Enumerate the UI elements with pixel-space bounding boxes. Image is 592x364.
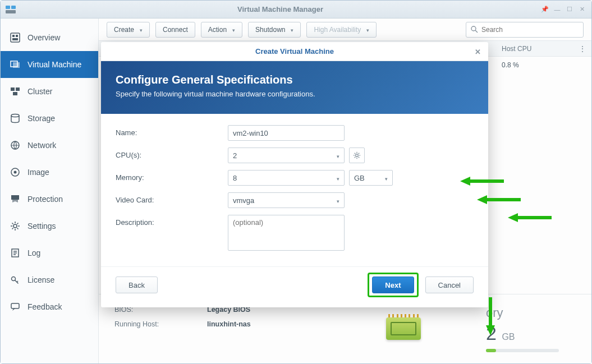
- search-field[interactable]: [481, 26, 579, 34]
- svg-point-19: [12, 277, 16, 281]
- modal-header: Create Virtual Machine ✕: [101, 42, 488, 61]
- sidebar-item-label: Storage: [27, 114, 55, 123]
- next-button[interactable]: Next: [372, 277, 414, 293]
- sidebar: Overview Virtual Machine Cluster Storage…: [1, 19, 99, 363]
- sidebar-item-protection[interactable]: Protection: [1, 186, 98, 213]
- chevron-down-icon: [230, 26, 235, 34]
- network-icon: [10, 140, 21, 151]
- memory-unit-select[interactable]: GB: [349, 170, 393, 186]
- connect-button[interactable]: Connect: [155, 22, 195, 38]
- pin-icon[interactable]: 📌: [540, 5, 550, 14]
- sidebar-item-label: Overview: [27, 33, 60, 42]
- toolbar: Create Connect Action Shutdown High Avai…: [99, 19, 591, 41]
- svg-point-12: [11, 114, 19, 117]
- close-icon[interactable]: ✕: [472, 47, 483, 57]
- sidebar-item-label: Feedback: [27, 302, 62, 311]
- svg-rect-20: [11, 303, 19, 308]
- svg-rect-5: [16, 35, 18, 37]
- sidebar-item-label: Image: [27, 168, 49, 177]
- shutdown-button[interactable]: Shutdown: [248, 22, 301, 38]
- description-textarea[interactable]: [228, 215, 345, 251]
- sidebar-item-license[interactable]: License: [1, 266, 98, 293]
- sidebar-item-label: Virtual Machine: [27, 60, 81, 69]
- create-vm-modal: Create Virtual Machine ✕ Configure Gener…: [101, 42, 488, 307]
- overview-icon: [10, 32, 21, 43]
- memory-label: ory: [486, 306, 576, 320]
- svg-point-17: [13, 224, 17, 228]
- sidebar-item-label: Settings: [27, 222, 56, 231]
- svg-rect-0: [6, 6, 10, 9]
- gear-icon: [10, 220, 21, 232]
- back-button[interactable]: Back: [116, 277, 158, 293]
- sidebar-item-feedback[interactable]: Feedback: [1, 293, 98, 320]
- window-controls: 📌 — ☐ ✕: [540, 5, 587, 14]
- modal-title: Create Virtual Machine: [255, 47, 334, 56]
- sidebar-item-overview[interactable]: Overview: [1, 24, 98, 51]
- sidebar-item-cluster[interactable]: Cluster: [1, 78, 98, 105]
- column-header-hostcpu[interactable]: Host CPU: [502, 45, 531, 53]
- svg-rect-3: [11, 33, 20, 42]
- sidebar-item-network[interactable]: Network: [1, 132, 98, 159]
- minimize-button[interactable]: —: [552, 5, 562, 14]
- svg-point-21: [471, 26, 476, 31]
- video-label: Video Card:: [116, 192, 228, 204]
- sidebar-item-label: Network: [27, 141, 56, 150]
- cancel-button[interactable]: Cancel: [425, 277, 474, 293]
- search-icon: [471, 26, 478, 33]
- banner-subtext: Specify the following virtual machine ha…: [116, 90, 474, 98]
- sidebar-item-settings[interactable]: Settings: [1, 213, 98, 239]
- svg-rect-1: [11, 6, 16, 9]
- sidebar-item-label: Cluster: [27, 87, 52, 96]
- svg-point-15: [14, 171, 17, 174]
- name-label: Name:: [116, 125, 228, 137]
- search-input[interactable]: [466, 22, 584, 38]
- protection-icon: [10, 193, 21, 205]
- chevron-down-icon: [337, 151, 339, 160]
- storage-icon: [10, 113, 21, 124]
- video-select[interactable]: vmvga: [228, 192, 345, 208]
- sidebar-item-label: Log: [27, 248, 40, 257]
- cell-hostcpu: 0.8 %: [496, 61, 591, 69]
- image-icon: [10, 167, 21, 178]
- window-title: Virtual Machine Manager: [21, 5, 540, 13]
- chevron-down-icon: [337, 196, 339, 205]
- maximize-button[interactable]: ☐: [565, 5, 575, 14]
- chevron-down-icon: [364, 26, 369, 34]
- ha-button[interactable]: High Availability: [306, 22, 377, 38]
- host-value: linuxhint-nas: [207, 320, 251, 328]
- sidebar-item-label: Protection: [27, 195, 63, 204]
- cpu-select[interactable]: 2: [228, 148, 345, 163]
- sidebar-item-label: License: [27, 275, 54, 284]
- cpu-settings-button[interactable]: [349, 148, 365, 163]
- key-icon: [10, 274, 21, 285]
- chevron-down-icon: [288, 26, 293, 34]
- sidebar-item-image[interactable]: Image: [1, 159, 98, 186]
- log-icon: [10, 247, 21, 259]
- memory-label: Memory:: [116, 170, 228, 182]
- svg-rect-10: [16, 87, 20, 91]
- sidebar-item-virtual-machine[interactable]: Virtual Machine: [1, 51, 98, 78]
- banner-heading: Configure General Specifications: [116, 73, 474, 86]
- svg-rect-6: [12, 38, 18, 40]
- svg-rect-2: [6, 10, 16, 13]
- titlebar: Virtual Machine Manager 📌 — ☐ ✕: [1, 1, 591, 19]
- svg-rect-4: [12, 35, 15, 37]
- modal-form: Name: CPU(s): 2 Memory: 8 GB Video Card:…: [101, 114, 488, 261]
- vm-icon: [10, 59, 21, 70]
- sidebar-item-log[interactable]: Log: [1, 239, 98, 266]
- chevron-down-icon: [137, 26, 143, 34]
- app-icon: [5, 4, 16, 15]
- memory-bar: [486, 349, 559, 352]
- svg-rect-16: [11, 195, 19, 200]
- create-button[interactable]: Create: [107, 22, 150, 38]
- cluster-icon: [10, 86, 21, 97]
- close-button[interactable]: ✕: [577, 5, 587, 14]
- memory-select[interactable]: 8: [228, 170, 345, 186]
- host-label: Running Host:: [114, 320, 207, 328]
- memory-value: 2 GB: [486, 322, 576, 344]
- action-button[interactable]: Action: [201, 22, 242, 38]
- sidebar-item-storage[interactable]: Storage: [1, 105, 98, 132]
- feedback-icon: [10, 301, 21, 312]
- column-menu-icon[interactable]: ⋮: [579, 45, 586, 53]
- name-input[interactable]: [228, 125, 345, 141]
